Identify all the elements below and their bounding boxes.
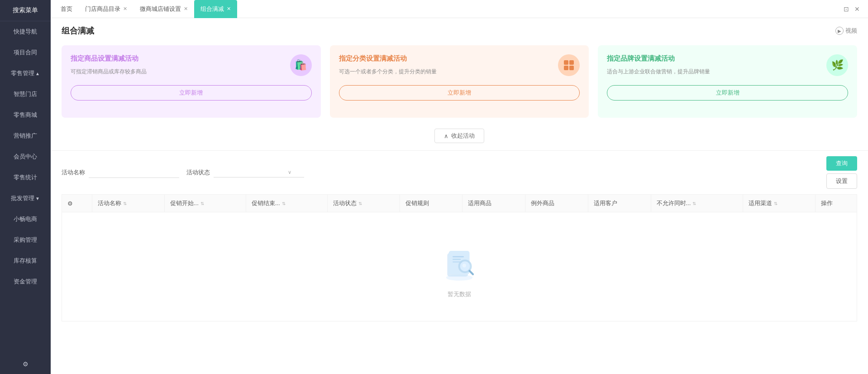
chevron-up-icon: ▲ xyxy=(35,71,40,76)
tab-combo-discount[interactable]: 组合满减 ✕ xyxy=(194,0,237,18)
sort-icon: ⇅ xyxy=(774,201,777,206)
sidebar-settings-button[interactable]: ⚙ xyxy=(0,354,51,374)
svg-line-8 xyxy=(470,271,473,274)
table-header-end[interactable]: 促销结束... ⇅ xyxy=(246,195,327,212)
sidebar-item-retailmall[interactable]: 零售商城 xyxy=(0,105,51,125)
sidebar-item-contracts[interactable]: 项目合同 xyxy=(0,42,51,63)
bag-icon: 🛍️ xyxy=(295,59,307,71)
settings-icon: ⚙ xyxy=(67,200,73,207)
activity-status-label: 活动状态 xyxy=(186,168,210,177)
card-product-icon: 🛍️ xyxy=(290,54,312,76)
empty-state-cell: 暂无数据 xyxy=(62,212,857,321)
video-link[interactable]: ▶ 视频 xyxy=(835,27,857,35)
activity-status-select[interactable]: ∨ xyxy=(214,168,304,177)
sidebar-item-finance[interactable]: 资金管理 xyxy=(0,271,51,292)
sort-icon: ⇅ xyxy=(358,201,362,206)
close-icon[interactable]: ✕ xyxy=(184,6,188,12)
card-product: 指定商品设置满减活动 可指定滞销商品或库存较多商品 🛍️ 立即新增 xyxy=(62,45,321,118)
activity-name-input[interactable] xyxy=(89,167,179,178)
sort-icon: ⇅ xyxy=(123,201,127,206)
video-icon: ▶ xyxy=(835,27,844,35)
card-brand-icon: 🌿 xyxy=(826,54,848,76)
sort-icon: ⇅ xyxy=(200,201,204,206)
chevron-down-icon: ▼ xyxy=(35,196,40,201)
table-header-action: 操作 xyxy=(816,195,857,212)
page-content: 组合满减 ▶ 视频 指定商品设置满减活动 可指定滞销商品或库存较多商品 🛍️ 立… xyxy=(51,18,868,374)
card-category-title: 指定分类设置满减活动 xyxy=(339,54,580,63)
card-brand: 指定品牌设置满减活动 适合与上游企业联合做营销，提升品牌销量 🌿 立即新增 xyxy=(598,45,857,118)
table-header-customers: 适用客户 xyxy=(588,195,651,212)
tab-bar: 首页 门店商品目录 ✕ 微商城店铺设置 ✕ 组合满减 ✕ ⊡ ✕ xyxy=(51,0,868,18)
activity-table: ⚙ 活动名称 ⇅ 促销开始... ⇅ xyxy=(62,194,857,321)
card-brand-add-button[interactable]: 立即新增 xyxy=(607,85,848,101)
collapse-bar: ∧ 收起活动 xyxy=(51,125,868,150)
tab-home[interactable]: 首页 xyxy=(54,0,79,18)
table-header-channel[interactable]: 适用渠道 ⇅ xyxy=(743,195,815,212)
table-header-exceptions: 例外商品 xyxy=(525,195,588,212)
chevron-up-icon: ∧ xyxy=(444,133,448,139)
card-brand-desc: 适合与上游企业联合做营销，提升品牌销量 xyxy=(607,67,848,76)
main-area: 首页 门店商品目录 ✕ 微商城店铺设置 ✕ 组合满减 ✕ ⊡ ✕ 组合满减 ▶ … xyxy=(51,0,868,374)
tab-wechat-store[interactable]: 微商城店铺设置 ✕ xyxy=(134,0,194,18)
table-wrap: ⚙ 活动名称 ⇅ 促销开始... ⇅ xyxy=(51,194,868,321)
sidebar-item-inventory[interactable]: 库存核算 xyxy=(0,250,51,271)
sidebar-item-marketing[interactable]: 营销推广 xyxy=(0,125,51,146)
sidebar: 搜索菜单 快捷导航 项目合同 零售管理 ▲ 智慧门店 零售商城 营销推广 会员中… xyxy=(0,0,51,374)
activity-name-label: 活动名称 xyxy=(62,168,85,177)
sidebar-item-ecommerce[interactable]: 小畅电商 xyxy=(0,209,51,230)
svg-point-9 xyxy=(463,264,466,267)
sidebar-item-wholesale[interactable]: 批发管理 ▼ xyxy=(0,188,51,209)
filter-row: 活动名称 活动状态 ∨ 查询 设置 xyxy=(51,150,868,194)
card-category-desc: 可选一个或者多个分类，提升分类的销量 xyxy=(339,67,580,76)
close-icon[interactable]: ✕ xyxy=(227,6,231,12)
gear-icon: ⚙ xyxy=(23,360,29,368)
empty-text: 暂无数据 xyxy=(448,290,471,298)
sidebar-search[interactable]: 搜索菜单 xyxy=(0,0,51,21)
table-header-name[interactable]: 活动名称 ⇅ xyxy=(92,195,164,212)
sidebar-item-retailstats[interactable]: 零售统计 xyxy=(0,167,51,188)
sidebar-item-purchase[interactable]: 采购管理 xyxy=(0,230,51,250)
dropdown-chevron-icon: ∨ xyxy=(288,169,291,175)
query-button[interactable]: 查询 xyxy=(826,156,857,171)
tab-store-catalog[interactable]: 门店商品目录 ✕ xyxy=(79,0,134,18)
sidebar-item-retail[interactable]: 零售管理 ▲ xyxy=(0,63,51,84)
grid-icon xyxy=(564,60,574,70)
filter-buttons: 查询 设置 xyxy=(826,156,857,189)
table-header-rule: 促销规则 xyxy=(400,195,463,212)
table-header-start[interactable]: 促销开始... ⇅ xyxy=(164,195,246,212)
empty-state: 暂无数据 xyxy=(67,217,851,316)
svg-rect-4 xyxy=(453,259,461,260)
filter-activity-status: 活动状态 ∨ xyxy=(186,168,304,177)
table-header-status[interactable]: 活动状态 ⇅ xyxy=(327,195,400,212)
table-header-settings[interactable]: ⚙ xyxy=(62,195,92,212)
card-product-add-button[interactable]: 立即新增 xyxy=(71,85,312,101)
card-product-title: 指定商品设置满减活动 xyxy=(71,54,312,63)
page-title: 组合满减 xyxy=(62,25,94,36)
sidebar-item-smartstore[interactable]: 智慧门店 xyxy=(0,84,51,105)
sidebar-item-quicknav[interactable]: 快捷导航 xyxy=(0,21,51,42)
card-category-icon xyxy=(558,54,580,76)
svg-rect-3 xyxy=(453,256,464,258)
card-brand-title: 指定品牌设置满减活动 xyxy=(607,54,848,63)
card-category-add-button[interactable]: 立即新增 xyxy=(339,85,580,101)
page-header: 组合满减 ▶ 视频 xyxy=(51,18,868,42)
empty-illustration xyxy=(437,244,482,285)
settings-button[interactable]: 设置 xyxy=(826,173,857,189)
window-controls: ⊡ ✕ xyxy=(843,5,864,13)
table-header-no-combine[interactable]: 不允许同时... ⇅ xyxy=(651,195,743,212)
maximize-button[interactable]: ⊡ xyxy=(843,5,850,13)
sidebar-item-membership[interactable]: 会员中心 xyxy=(0,146,51,167)
close-icon[interactable]: ✕ xyxy=(123,6,127,12)
close-button[interactable]: ✕ xyxy=(854,5,861,13)
card-category: 指定分类设置满减活动 可选一个或者多个分类，提升分类的销量 立即新增 xyxy=(330,45,589,118)
card-product-desc: 可指定滞销商品或库存较多商品 xyxy=(71,67,312,76)
collapse-button[interactable]: ∧ 收起活动 xyxy=(434,129,484,143)
leaf-icon: 🌿 xyxy=(831,59,844,71)
activity-cards: 指定商品设置满减活动 可指定滞销商品或库存较多商品 🛍️ 立即新增 指定分类设置… xyxy=(51,42,868,125)
sort-icon: ⇅ xyxy=(282,201,286,206)
table-header-products: 适用商品 xyxy=(463,195,525,212)
filter-activity-name: 活动名称 xyxy=(62,167,179,178)
sort-icon: ⇅ xyxy=(692,201,696,206)
